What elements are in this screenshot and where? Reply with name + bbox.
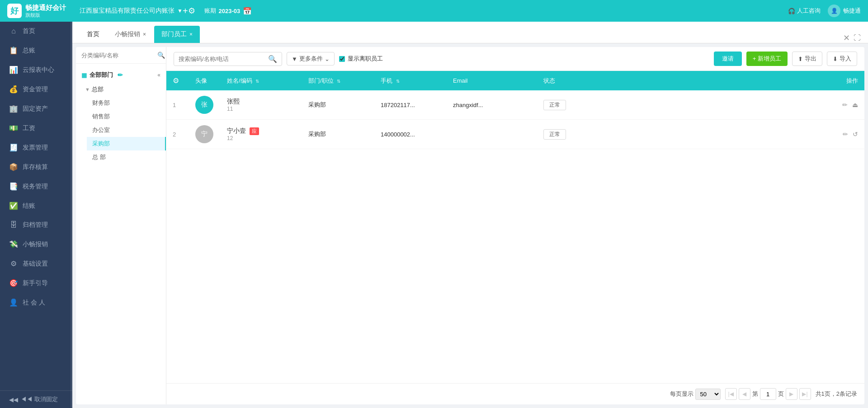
social-icon: 👤	[9, 298, 18, 307]
last-page-button[interactable]: ▶|	[799, 388, 811, 400]
refresh-icon[interactable]: ↺	[853, 131, 858, 138]
row-dept: 采购部	[302, 120, 374, 149]
expand-icon[interactable]: ⛶	[854, 34, 861, 42]
page-input[interactable]	[760, 388, 776, 400]
tax-icon: 📑	[9, 182, 18, 191]
dept-node-headquarters[interactable]: 总 部	[87, 150, 166, 164]
dept-hq-label: 总部	[92, 85, 104, 94]
action-icons: ✏ ⏏	[598, 101, 858, 108]
emp-code: 12	[227, 135, 296, 141]
sidebar-item-funds[interactable]: 💰 资金管理	[0, 80, 72, 99]
sidebar-item-reports[interactable]: 📊 云报表中心	[0, 60, 72, 80]
close-icon[interactable]: ✕	[843, 33, 850, 43]
sidebar-item-assets[interactable]: 🏢 固定资产	[0, 99, 72, 118]
show-resigned-area: 显示离职员工	[339, 55, 383, 63]
sidebar-item-salary[interactable]: 💵 工资	[0, 118, 72, 138]
sidebar-item-settings[interactable]: ⚙ 基础设置	[0, 254, 72, 273]
sidebar-item-checkout[interactable]: ✅ 结账	[0, 196, 72, 216]
tab-expense[interactable]: 小畅报销 ×	[108, 26, 153, 43]
dept-search-icon[interactable]: 🔍	[157, 52, 165, 59]
period-label: 账期	[204, 7, 216, 15]
dept-group-header-hq[interactable]: ▼ 总部	[80, 83, 166, 96]
sidebar-label-funds: 资金管理	[23, 85, 48, 94]
tab-home[interactable]: 首页	[80, 26, 107, 43]
sidebar-item-guide[interactable]: 🎯 新手引导	[0, 273, 72, 293]
sidebar-item-home[interactable]: ⌂ 首页	[0, 22, 72, 41]
row-status: 正常	[537, 120, 591, 149]
collapse-icon[interactable]: «	[157, 72, 160, 78]
arrow-down-icon: ▼	[85, 87, 90, 92]
sidebar-item-invoice[interactable]: 🧾 发票管理	[0, 138, 72, 157]
sidebar-label-reports: 云报表中心	[23, 66, 54, 74]
settings-button[interactable]: ⚙	[188, 6, 195, 16]
chevron-down-icon: ⌄	[325, 56, 330, 62]
col-header-dept[interactable]: 部门/职位 ⇅	[302, 71, 374, 90]
edit-icon[interactable]: ✏	[118, 71, 123, 79]
tab-department-close[interactable]: ×	[189, 31, 193, 38]
row-action: ✏ ↺	[591, 120, 864, 149]
company-selector[interactable]: 江西服宝精品有限责任公司内账张 ▼	[80, 7, 183, 15]
tab-department-label: 部门员工	[161, 30, 187, 38]
sidebar-label-guide: 新手引导	[23, 279, 48, 287]
first-page-button[interactable]: |◀	[725, 388, 737, 400]
prev-page-button[interactable]: ◀	[739, 388, 750, 400]
sidebar-item-expense[interactable]: 💸 小畅报销	[0, 234, 72, 254]
dept-node-office[interactable]: 办公室	[87, 123, 166, 137]
sort-icon-dept: ⇅	[337, 79, 340, 84]
row-action: ✏ ⏏	[591, 90, 864, 120]
edit-icon[interactable]: ✏	[842, 101, 848, 108]
per-page-label: 每页显示	[670, 390, 693, 398]
logo-text: 畅捷通好会计	[25, 4, 66, 12]
user-area[interactable]: 👤 畅捷通	[828, 5, 861, 17]
add-company-button[interactable]: +	[183, 6, 188, 16]
tab-expense-label: 小畅报销	[115, 30, 140, 38]
dept-all-header[interactable]: ▦ 全部部门 ✏ «	[76, 67, 166, 83]
status-tag: 应	[250, 127, 259, 135]
edit-icon[interactable]: ✏	[843, 131, 848, 138]
sidebar-item-inventory[interactable]: 📦 库存核算	[0, 157, 72, 177]
sidebar-item-tax[interactable]: 📑 税务管理	[0, 177, 72, 196]
row-email	[447, 120, 537, 149]
salary-icon: 💵	[9, 124, 18, 132]
sidebar-label-social: 社 会 人	[23, 299, 45, 307]
tab-department[interactable]: 部门员工 ×	[154, 26, 200, 43]
calendar-icon[interactable]: 📅	[243, 7, 252, 15]
period-area: 账期 2023-03 📅	[204, 7, 252, 15]
page-size-select[interactable]: 50 100 200	[695, 389, 721, 400]
next-page-button[interactable]: ▶	[786, 388, 797, 400]
column-settings-icon[interactable]: ⚙	[173, 77, 179, 84]
reports-icon: 📊	[9, 66, 18, 74]
employee-search-input[interactable]	[179, 56, 265, 62]
logo-icon: 好	[7, 4, 22, 18]
home-icon: ⌂	[9, 27, 18, 35]
sidebar-item-archive[interactable]: 🗄 归档管理	[0, 216, 72, 234]
dept-node-sales[interactable]: 销售部	[87, 110, 166, 123]
col-header-name[interactable]: 姓名/编码 ⇅	[221, 71, 302, 90]
tab-expense-close[interactable]: ×	[143, 31, 146, 38]
chevron-down-icon: ▼	[177, 8, 183, 14]
search-icon[interactable]: 🔍	[268, 55, 277, 63]
service-button[interactable]: 🎧 人工咨询	[788, 7, 821, 15]
col-header-phone[interactable]: 手机 ⇅	[374, 71, 447, 90]
dept-node-finance[interactable]: 财务部	[87, 96, 166, 110]
show-resigned-checkbox[interactable]	[339, 56, 345, 62]
dept-node-purchasing[interactable]: 采购部	[87, 137, 166, 150]
invite-button[interactable]: 邀请	[714, 52, 742, 66]
export-label: 导出	[805, 55, 816, 63]
import-button[interactable]: ⬇ 导入	[827, 52, 857, 66]
action-icons: ✏ ↺	[598, 131, 858, 138]
cancel-pin-button[interactable]: ◀◀ ◀◀ 取消固定	[0, 391, 72, 408]
sidebar-item-social[interactable]: 👤 社 会 人	[0, 293, 72, 312]
filter-button[interactable]: ▼ 更多条件 ⌄	[287, 52, 335, 66]
export-button[interactable]: ⬆ 导出	[792, 52, 822, 66]
row-num: 1	[166, 90, 189, 120]
dept-search-input[interactable]	[81, 52, 157, 59]
logout-icon[interactable]: ⏏	[852, 101, 858, 108]
add-employee-button[interactable]: + 新增员工	[746, 52, 788, 66]
emp-code: 11	[227, 106, 296, 112]
col-header-action: 操作	[591, 71, 864, 90]
col-header-email: Email	[447, 71, 537, 90]
sidebar-item-ledger[interactable]: 📋 总账	[0, 41, 72, 60]
top-bar: 好 畅捷通好会计 旗舰版 江西服宝精品有限责任公司内账张 ▼ + ⚙ 账期 20…	[0, 0, 868, 22]
import-label: 导入	[840, 55, 851, 63]
